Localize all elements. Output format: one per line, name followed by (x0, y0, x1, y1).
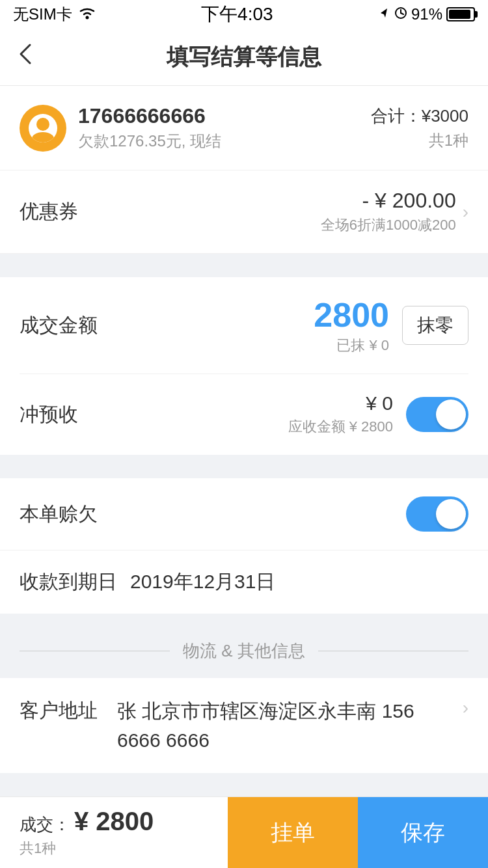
due-date-row: 收款到期日 2019年12月31日 (0, 550, 488, 614)
carrier-text: 无SIM卡 (13, 4, 72, 25)
save-button-label: 保存 (401, 818, 445, 848)
back-button[interactable] (18, 42, 33, 72)
bottom-deal: 成交： ¥ 2800 (20, 807, 208, 836)
section-divider-2 (0, 455, 488, 468)
round-button[interactable]: 抹零 (402, 306, 468, 345)
wifi-icon (77, 5, 97, 23)
user-phone: 17666666666 (78, 104, 221, 128)
prepay-toggle[interactable] (406, 397, 468, 432)
section-divider-1 (0, 264, 488, 277)
status-bar-time: 下午4:03 (201, 2, 273, 27)
address-value: 张 北京市市辖区海淀区永丰南 156 6666 6666 (104, 696, 456, 755)
user-total: 合计：¥3000 共1种 (371, 105, 468, 151)
coupon-amount: - ¥ 200.00 (321, 189, 456, 213)
avatar-icon (29, 114, 57, 142)
svg-line-3 (401, 13, 403, 14)
debt-label: 本单赊欠 (20, 501, 98, 528)
debt-section: 本单赊欠 (0, 478, 488, 550)
debt-toggle[interactable] (406, 496, 468, 532)
prepay-label: 冲预收 (20, 401, 78, 428)
due-date-label: 收款到期日 (20, 569, 117, 595)
avatar (20, 105, 66, 152)
debt-toggle-knob (436, 499, 466, 529)
address-label: 客户地址 (20, 698, 98, 724)
prepay-value-block: ¥ 0 应收金额 ¥ 2800 (288, 392, 393, 437)
total-count: 共1种 (371, 130, 468, 151)
save-button[interactable]: 保存 (358, 797, 488, 869)
toggle-knob (436, 400, 466, 429)
due-date-value: 2019年12月31日 (130, 569, 275, 595)
bottom-deal-label: 成交： (20, 813, 70, 836)
prepay-sub: 应收金额 ¥ 2800 (288, 417, 393, 437)
hold-button-label: 挂单 (271, 818, 315, 848)
bottom-count: 共1种 (20, 839, 208, 858)
page-title: 填写结算等信息 (167, 42, 321, 72)
user-info-row: 17666666666 欠款1276.35元, 现结 合计：¥3000 共1种 (0, 86, 488, 170)
address-chevron-icon: › (463, 698, 468, 718)
status-bar-left: 无SIM卡 (13, 4, 97, 25)
clock-icon (394, 5, 407, 23)
logistics-header: 物流 & 其他信息 (0, 624, 488, 678)
status-bar-right: 91% (377, 5, 475, 23)
amount-section: 成交金额 2800 已抹 ¥ 0 抹零 (0, 277, 488, 374)
total-label: 合计：¥3000 (371, 105, 468, 128)
coupon-right: - ¥ 200.00 全场6折满1000减200 › (321, 189, 468, 235)
battery-text: 91% (411, 5, 442, 23)
user-info-left: 17666666666 欠款1276.35元, 现结 (20, 104, 221, 152)
prepay-row: 冲预收 ¥ 0 应收金额 ¥ 2800 (0, 374, 488, 455)
coupon-desc: 全场6折满1000减200 (321, 215, 456, 235)
amount-value-block: 2800 已抹 ¥ 0 (314, 295, 389, 355)
coupon-chevron-icon: › (463, 202, 468, 223)
hold-button[interactable]: 挂单 (228, 797, 358, 869)
coupon-discount: - ¥ 200.00 全场6折满1000减200 (321, 189, 456, 235)
user-sub: 欠款1276.35元, 现结 (78, 131, 221, 152)
status-bar: 无SIM卡 下午4:03 91% (0, 0, 488, 29)
nav-bar: 填写结算等信息 (0, 29, 488, 86)
amount-right: 2800 已抹 ¥ 0 抹零 (314, 295, 468, 355)
logistics-line-left (20, 651, 170, 651)
prepay-right: ¥ 0 应收金额 ¥ 2800 (288, 392, 468, 437)
location-icon (377, 5, 390, 23)
logistics-title: 物流 & 其他信息 (183, 640, 305, 662)
bottom-bar: 成交： ¥ 2800 共1种 挂单 保存 (0, 796, 488, 868)
prepay-value: ¥ 0 (288, 392, 393, 414)
amount-value: 2800 (314, 295, 389, 334)
logistics-line-right (318, 651, 468, 651)
amount-label: 成交金额 (20, 312, 98, 339)
battery-icon (446, 7, 475, 21)
coupon-label: 优惠券 (20, 198, 78, 225)
bottom-deal-amount: ¥ 2800 (74, 807, 154, 836)
user-details: 17666666666 欠款1276.35元, 现结 (78, 104, 221, 152)
address-row[interactable]: 客户地址 张 北京市市辖区海淀区永丰南 156 6666 6666 › (0, 678, 488, 773)
bottom-summary: 成交： ¥ 2800 共1种 (0, 807, 228, 858)
coupon-row[interactable]: 优惠券 - ¥ 200.00 全场6折满1000减200 › (0, 170, 488, 254)
amount-row: 成交金额 2800 已抹 ¥ 0 抹零 (20, 277, 468, 374)
amount-sub: 已抹 ¥ 0 (314, 336, 389, 355)
svg-point-0 (85, 16, 88, 20)
content-area: 17666666666 欠款1276.35元, 现结 合计：¥3000 共1种 … (0, 86, 488, 861)
user-info-card: 17666666666 欠款1276.35元, 现结 合计：¥3000 共1种 … (0, 86, 488, 254)
